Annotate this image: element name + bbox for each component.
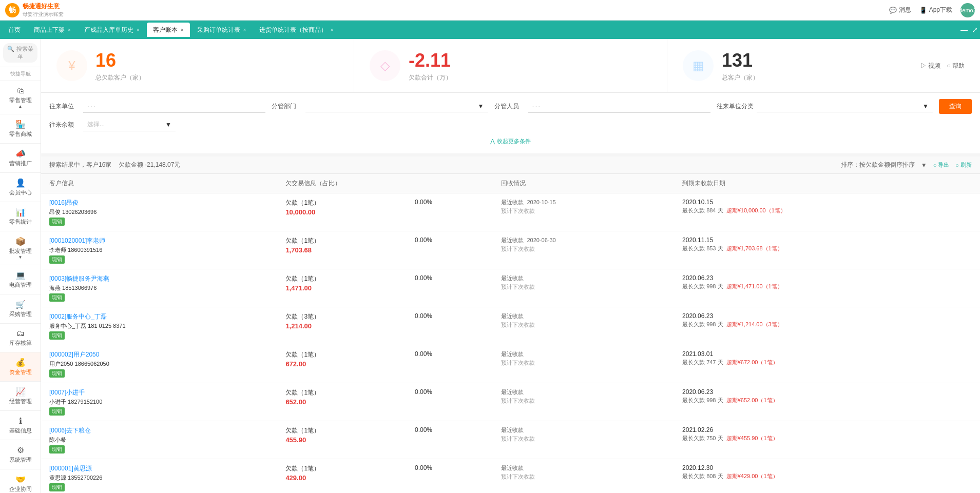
- customer-code-0[interactable]: [0016]昂俊: [49, 199, 269, 207]
- customer-code-5[interactable]: [0007]小进千: [49, 388, 269, 397]
- sidebar-search[interactable]: 🔍 搜索菜单: [0, 39, 41, 67]
- tab-production-history-close[interactable]: ×: [137, 27, 140, 33]
- sidebar-item-retail-stats[interactable]: 📊 零售统计: [0, 202, 41, 231]
- overdue-days-6: 最长欠款 750 天 超期¥455.90（1笔）: [682, 435, 972, 442]
- overdue-link-4[interactable]: 超期¥672.00（1笔）: [726, 359, 778, 365]
- app-download-btn[interactable]: 📱 App下载: [919, 6, 952, 14]
- help-btn[interactable]: ○ 帮助: [947, 62, 965, 70]
- sidebar-item-enterprise-collab[interactable]: 🤝 企业协同: [0, 469, 41, 493]
- refresh-btn[interactable]: ○ 刷新: [955, 161, 972, 169]
- sort-label: 排序：按欠款金额倒序排序: [841, 161, 915, 169]
- cell-due-date-2: 2020.06.23 最长欠款 998 天 超期¥1,471.00（1笔）: [674, 269, 980, 307]
- tab-customer-account[interactable]: 客户账本 ×: [147, 23, 190, 37]
- query-button[interactable]: 查询: [939, 99, 972, 114]
- source-unit-input[interactable]: ···: [83, 100, 265, 113]
- customer-code-4[interactable]: [000002]用户2050: [49, 350, 269, 359]
- sidebar-item-system-mgmt[interactable]: ⚙ 系统管理: [0, 440, 41, 469]
- tab-purchase-stats-close[interactable]: ×: [330, 27, 333, 33]
- customer-code-7[interactable]: [000001]黄思源: [49, 464, 269, 473]
- dept-chevron-down-icon: ▼: [478, 103, 484, 110]
- sidebar-item-marketing[interactable]: 📣 营销推广: [0, 144, 41, 173]
- sidebar-item-basic-info[interactable]: ℹ 基础信息: [0, 411, 41, 440]
- person-dots: ···: [532, 102, 542, 110]
- cell-customer-info-5: [0007]小进千 小进千 18279152100 现销: [41, 383, 277, 421]
- user-avatar-area[interactable]: demo2: [960, 3, 975, 17]
- overdue-link-5[interactable]: 超期¥652.00（1笔）: [726, 397, 778, 403]
- marketing-icon: 📣: [2, 149, 39, 159]
- system-mgmt-icon: ⚙: [2, 445, 39, 455]
- overdue-date-3: 2020.06.23: [682, 312, 972, 320]
- overdue-link-0[interactable]: 超期¥10,000.00（1笔）: [726, 207, 786, 213]
- tab-purchase-stats[interactable]: 进货单统计表（按商品） ×: [253, 23, 339, 37]
- customer-code-1[interactable]: [0001020001]李老师: [49, 236, 269, 245]
- cell-payback-4: 最近收款 预计下次收款: [493, 345, 674, 383]
- avatar: demo2: [960, 3, 975, 17]
- cell-due-date-0: 2020.10.15 最长欠款 884 天 超期¥10,000.00（1笔）: [674, 193, 980, 231]
- collapse-btn[interactable]: ⋀ 收起更多条件: [49, 135, 972, 147]
- view-video-btn[interactable]: ▷ 视频: [920, 62, 940, 70]
- sidebar-item-retail-mall[interactable]: 🏪 零售商城: [0, 114, 41, 144]
- overdue-link-6[interactable]: 超期¥455.90（1笔）: [726, 435, 778, 441]
- tab-purchase-order-close[interactable]: ×: [243, 27, 246, 33]
- message-btn[interactable]: 💬 消息: [889, 6, 911, 14]
- tab-products-off[interactable]: 商品上下架 ×: [28, 23, 77, 37]
- person-input[interactable]: ···: [528, 100, 710, 113]
- customer-code-3[interactable]: [0002]服务中心_丁磊: [49, 312, 269, 321]
- overdue-date-1: 2020.11.15: [682, 236, 972, 244]
- balance-select[interactable]: 选择... ▼: [83, 118, 176, 131]
- table-row: [0002]服务中心_丁磊 服务中心_丁磊 181 0125 8371 现销 欠…: [41, 307, 980, 345]
- tab-production-history[interactable]: 产成品入库单历史 ×: [78, 23, 146, 37]
- customer-code-6[interactable]: [0006]去下粮仓: [49, 426, 269, 435]
- cell-debt-pct-6: 0.00%: [407, 421, 493, 459]
- member-center-icon: 👤: [2, 178, 39, 188]
- sidebar-item-ecommerce-mgmt[interactable]: 💻 电商管理: [0, 265, 41, 294]
- inventory-check-icon: 🗂: [2, 329, 39, 338]
- overdue-link-3[interactable]: 超期¥1,214.00（3笔）: [726, 321, 783, 327]
- sidebar-item-retail-mgmt-label: 零售管理: [2, 96, 39, 104]
- tab-products-off-close[interactable]: ×: [68, 27, 71, 33]
- total-customers-icon: ▦: [683, 50, 714, 81]
- overdue-date-4: 2021.03.01: [682, 350, 972, 358]
- payback-next-3: 预计下次收款: [501, 321, 666, 329]
- sidebar-item-inventory-check-label: 库存核算: [2, 339, 39, 347]
- tab-minimize-icon[interactable]: —: [960, 26, 968, 34]
- sidebar-search-box[interactable]: 🔍 搜索菜单: [3, 43, 37, 63]
- sidebar-item-member-center[interactable]: 👤 会员中心: [0, 173, 41, 202]
- sidebar-item-finance-mgmt[interactable]: 💰 资金管理: [0, 352, 41, 382]
- tab-home[interactable]: 首页: [2, 23, 27, 37]
- overdue-link-2[interactable]: 超期¥1,471.00（1笔）: [726, 283, 783, 289]
- tab-customer-account-label: 客户账本: [153, 26, 178, 34]
- logo-title: 畅捷通好生意: [23, 2, 64, 11]
- debt-pct-4: 0.00%: [415, 350, 485, 358]
- result-amount: 欠款金额 -21,148.07元: [119, 161, 181, 168]
- overdue-link-7[interactable]: 超期¥429.00（1笔）: [726, 473, 778, 479]
- sidebar-item-basic-info-label: 基础信息: [2, 427, 39, 435]
- tab-maximize-icon[interactable]: ⤢: [972, 26, 978, 34]
- sidebar-item-operations-mgmt[interactable]: 📈 经营管理: [0, 382, 41, 411]
- payback-next-0: 预计下次收款: [501, 207, 666, 215]
- table-row: [000001]黄思源 黄思源 13552700226 现销 欠款（1笔） 42…: [41, 459, 980, 493]
- overdue-link-1[interactable]: 超期¥1,703.68（1笔）: [726, 245, 783, 251]
- sidebar-item-retail-mgmt[interactable]: 🛍 零售管理 ▲: [0, 81, 41, 114]
- customer-code-2[interactable]: [0003]畅捷服务尹海燕: [49, 274, 269, 283]
- tab-customer-account-close[interactable]: ×: [181, 27, 184, 33]
- message-icon: 💬: [889, 7, 897, 14]
- debt-count-5: 欠款（1笔）: [285, 388, 398, 397]
- sidebar-item-batch-mgmt[interactable]: 📦 批发管理 ▼: [0, 231, 41, 265]
- customer-name-2: 海燕 18513066976: [49, 284, 269, 292]
- customer-name-1: 李老师 18600391516: [49, 246, 269, 254]
- top-bar: 畅 畅捷通好生意 母婴行业演示账套 💬 消息 📱 App下载 demo2: [0, 0, 980, 21]
- dept-select[interactable]: ▼: [305, 101, 488, 112]
- unit-category-label: 往来单位分类: [717, 102, 754, 111]
- payback-next-2: 预计下次收款: [501, 283, 666, 291]
- source-unit-dots: ···: [87, 102, 97, 110]
- logo-subtitle: 母婴行业演示账套: [23, 11, 64, 18]
- refresh-label: 刷新: [960, 161, 972, 169]
- sidebar-item-inventory-check[interactable]: 🗂 库存核算: [0, 324, 41, 352]
- sidebar-item-purchase-mgmt[interactable]: 🛒 采购管理: [0, 294, 41, 324]
- export-btn[interactable]: ○ 导出: [933, 161, 950, 169]
- tab-purchase-order[interactable]: 采购订单统计表 ×: [191, 23, 253, 37]
- cell-debt-count-0: 欠款（1笔） 10,000.00: [277, 193, 407, 231]
- person-label: 分管人员: [494, 102, 525, 111]
- unit-category-select[interactable]: ▼: [757, 101, 933, 112]
